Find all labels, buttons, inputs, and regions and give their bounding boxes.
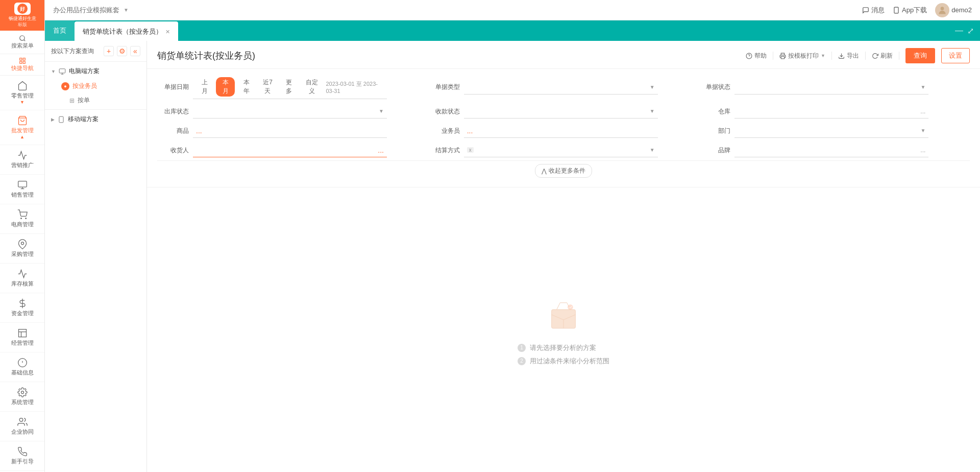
brand-label: 品牌	[699, 146, 734, 155]
sidebar-item-wholesale[interactable]: 批发管理 ▲	[0, 110, 44, 145]
settings-scheme-btn[interactable]: ⚙	[117, 46, 127, 56]
page-title: 销货单统计表(按业务员)	[157, 50, 255, 62]
export-label: 导出	[847, 52, 859, 60]
tree-desktop-label: 电脑端方案	[69, 67, 100, 76]
app-download-btn[interactable]: App下载	[893, 6, 927, 15]
goods-label: 商品	[157, 127, 193, 135]
sidebar-item-search[interactable]: 搜索菜单	[0, 31, 44, 54]
purchase-label: 采购管理	[11, 250, 34, 258]
refresh-btn[interactable]: 刷新	[872, 52, 893, 60]
consignee-field[interactable]: ...	[193, 143, 387, 157]
sidebar-item-enterprise-collab[interactable]: 企业协同	[0, 412, 44, 441]
sidebar-item-system[interactable]: 系统管理	[0, 382, 44, 412]
out-status-select[interactable]: ▼	[193, 104, 387, 119]
sidebar-item-retail[interactable]: 零售管理 ▼	[0, 76, 44, 110]
retail-arrow: ▼	[20, 100, 24, 105]
date-btn-7days[interactable]: 近7天	[258, 77, 278, 97]
collapse-panel-btn[interactable]: «	[130, 46, 140, 56]
svg-rect-23	[894, 7, 898, 13]
query-btn[interactable]: 查询	[905, 48, 935, 63]
document-type-select[interactable]: ▼	[464, 80, 658, 95]
settings-btn[interactable]: 设置	[941, 48, 970, 63]
tab-sales-stat-label: 销货单统计表（按业务员）	[83, 27, 162, 36]
tabbar-actions: — ⤢	[955, 26, 980, 36]
print-dropdown-icon[interactable]: ▼	[821, 53, 825, 58]
filter-row-1: 单据日期 上月 本月 本年 近7天 更多 自定义 2023-03-01 至 20…	[157, 75, 970, 99]
settlement-select[interactable]: x ▼	[464, 143, 658, 157]
date-btn-more[interactable]: 更多	[281, 77, 298, 97]
sidebar-item-ecommerce[interactable]: 电商管理	[0, 204, 44, 234]
help-btn[interactable]: 帮助	[746, 52, 767, 60]
tree-child-salesperson[interactable]: ● 按业务员	[45, 79, 146, 93]
empty-tip-2: 2 用过滤条件来缩小分析范围	[518, 357, 609, 366]
username-label: demo2	[951, 6, 972, 14]
export-btn[interactable]: 导出	[838, 52, 859, 60]
svg-rect-4	[19, 58, 21, 60]
panel-header-label: 按以下方案查询	[51, 47, 94, 56]
brand-field[interactable]: ...	[734, 143, 928, 157]
goods-field[interactable]: ...	[193, 124, 387, 138]
print-btn[interactable]: 按模板打印 ▼	[779, 52, 825, 60]
app-subtitle-label: 标版	[18, 21, 27, 28]
svg-rect-5	[23, 58, 25, 60]
add-scheme-btn[interactable]: +	[104, 46, 114, 56]
tab-sales-stat[interactable]: 销货单统计表（按业务员） ✕	[75, 21, 178, 42]
department-select[interactable]: ▼	[734, 124, 928, 138]
panel-header-actions: + ⚙ «	[104, 46, 140, 56]
document-status-select[interactable]: ▼	[734, 80, 928, 95]
brand-dots-icon[interactable]: ...	[920, 147, 925, 154]
receipt-status-select[interactable]: ▼	[464, 104, 658, 119]
basic-info-label: 基础信息	[11, 369, 34, 376]
breadcrumb-dropdown-icon[interactable]: ▼	[124, 7, 129, 13]
sidebar-item-finance[interactable]: 资金管理	[0, 293, 44, 323]
svg-point-25	[941, 7, 944, 10]
tab-home[interactable]: 首页	[45, 20, 75, 41]
retail-label: 零售管理	[11, 92, 34, 100]
date-filter: 上月 本月 本年 近7天 更多 自定义 2023-03-01 至 2023-03…	[193, 75, 387, 99]
filter-row-4: 收货人 ... 结算方式 x ▼ 品牌 ...	[157, 143, 970, 157]
message-btn[interactable]: 消息	[862, 6, 885, 15]
tree-parent-desktop[interactable]: ▼ 电脑端方案	[45, 64, 146, 79]
topbar-right: 消息 App下载 demo2	[862, 3, 972, 17]
tip-num-2: 2	[518, 357, 526, 365]
sidebar-item-quicknav[interactable]: 快捷导航	[0, 54, 44, 76]
svg-rect-9	[18, 181, 27, 187]
sidebar-item-inventory[interactable]: 库存核算	[0, 264, 44, 293]
salesperson-field[interactable]: ...	[464, 124, 658, 138]
svg-rect-6	[19, 61, 21, 63]
date-btn-thismonth[interactable]: 本月	[216, 77, 235, 97]
settlement-arrow-icon: ▼	[650, 147, 655, 153]
goods-more-icon[interactable]: ...	[196, 127, 202, 135]
consignee-more-icon[interactable]: ...	[378, 146, 384, 154]
app-name-label: 畅捷通好生意	[9, 16, 36, 22]
sidebar-item-operations[interactable]: 经营管理	[0, 323, 44, 352]
salesperson-more-icon[interactable]: ...	[467, 127, 473, 135]
tab-close-icon[interactable]: ✕	[165, 29, 170, 35]
sidebar-item-purchase[interactable]: 采购管理	[0, 234, 44, 264]
date-btn-custom[interactable]: 自定义	[301, 77, 323, 97]
sidebar-item-newbie[interactable]: 新手引导	[0, 441, 44, 471]
tree-parent-mobile[interactable]: ▶ 移动端方案	[45, 112, 146, 127]
sub-icon: ⊞	[69, 97, 75, 104]
receipt-status-arrow-icon: ▼	[650, 108, 655, 114]
tree-child-byorder[interactable]: ⊞ 按单	[45, 93, 146, 107]
help-label: 帮助	[754, 52, 767, 60]
consignee-input[interactable]	[196, 147, 376, 154]
settlement-tag-close[interactable]: x	[469, 147, 472, 153]
empty-state-icon	[543, 294, 584, 335]
user-profile-btn[interactable]: demo2	[935, 3, 972, 17]
warehouse-dots-icon[interactable]: ...	[920, 108, 925, 115]
warehouse-field[interactable]: ...	[734, 104, 928, 119]
date-btn-thisyear[interactable]: 本年	[238, 77, 255, 97]
newbie-label: 新手引导	[11, 458, 34, 465]
date-btn-lastmonth[interactable]: 上月	[196, 77, 213, 97]
collapse-btn[interactable]: ⋀ 收起更多条件	[535, 164, 592, 178]
document-status-arrow-icon: ▼	[920, 84, 925, 90]
tab-maximize-icon[interactable]: ⤢	[967, 26, 974, 36]
sidebar-item-sales[interactable]: 销售管理	[0, 175, 44, 204]
tab-minimize-icon[interactable]: —	[955, 26, 963, 35]
sidebar-item-basic-info[interactable]: 基础信息	[0, 352, 44, 382]
empty-tips: 1 请先选择要分析的方案 2 用过滤条件来缩小分析范围	[518, 343, 609, 366]
sidebar-item-marketing[interactable]: 营销推广	[0, 145, 44, 175]
empty-tip-1: 1 请先选择要分析的方案	[518, 343, 609, 352]
